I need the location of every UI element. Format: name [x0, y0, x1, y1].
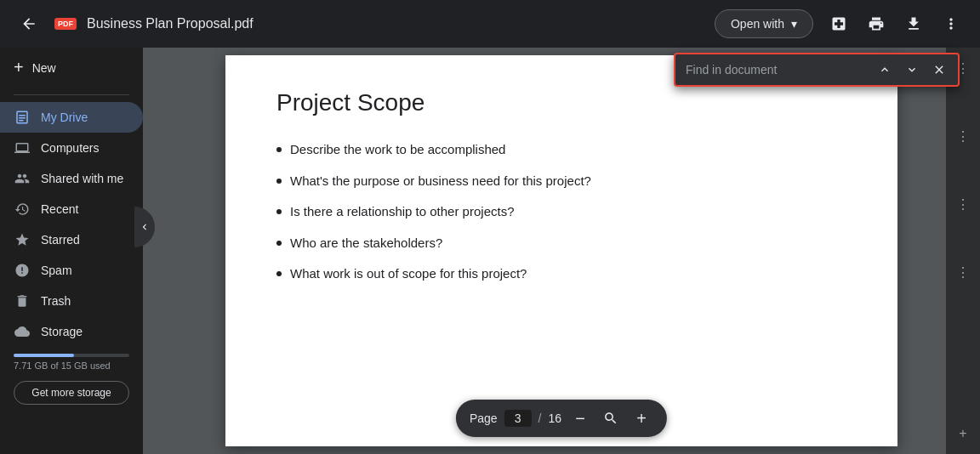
download-button[interactable] [898, 9, 929, 39]
sidebar-item-label: Trash [41, 294, 71, 308]
bullet-text: Describe the work to be accomplished [290, 140, 505, 160]
page-separator: / [538, 411, 542, 425]
storage-icon [14, 323, 31, 340]
pdf-badge: PDF [54, 18, 77, 30]
zoom-icon [599, 406, 623, 430]
bullet-icon [276, 271, 282, 276]
find-previous-button[interactable] [873, 58, 897, 82]
list-item: Is there a relationship to other project… [276, 202, 846, 222]
pdf-viewer-area: Project Scope Describe the work to be ac… [143, 48, 980, 454]
list-item: Describe the work to be accomplished [276, 140, 846, 160]
zoom-out-button[interactable]: − [568, 406, 592, 430]
storage-text: 7.71 GB of 15 GB used [14, 360, 129, 371]
sidebar-item-starred[interactable]: Starred [0, 224, 143, 255]
plus-icon: + [14, 58, 24, 77]
sidebar-item-recent[interactable]: Recent [0, 194, 143, 224]
sidebar-item-label: Spam [41, 264, 72, 277]
starred-icon [14, 231, 31, 248]
sidebar-item-computers[interactable]: Computers [0, 133, 143, 163]
topbar-actions [823, 9, 966, 39]
back-button[interactable] [14, 9, 44, 39]
page-number-input[interactable] [504, 410, 532, 427]
page-label: Page [470, 411, 498, 425]
sidebar: + New My Drive Computers Shared with me … [0, 0, 143, 454]
list-item: What work is out of scope for this proje… [276, 264, 846, 284]
get-storage-button[interactable]: Get more storage [14, 381, 129, 405]
total-pages: 16 [549, 411, 562, 425]
find-bar [674, 53, 960, 87]
right-sidebar-icon-4[interactable]: ⋮ [949, 258, 977, 286]
sidebar-item-label: Computers [41, 141, 99, 155]
more-options-button[interactable] [936, 9, 966, 39]
sidebar-item-my-drive[interactable]: My Drive [0, 102, 143, 133]
sidebar-item-shared[interactable]: Shared with me [0, 163, 143, 194]
computers-icon [14, 139, 31, 156]
bullet-text: Is there a relationship to other project… [290, 202, 514, 222]
bullet-text: What work is out of scope for this proje… [290, 264, 527, 284]
dropdown-icon: ▾ [791, 17, 797, 31]
bullet-text: Who are the stakeholders? [290, 234, 442, 253]
right-sidebar: ⋮ ⋮ ⋮ ⋮ + [946, 48, 980, 454]
find-close-button[interactable] [927, 58, 951, 82]
my-drive-icon [14, 109, 31, 126]
shared-icon [14, 170, 31, 187]
bullet-text: What's the purpose or business need for … [290, 172, 591, 191]
find-next-button[interactable] [900, 58, 924, 82]
open-with-button[interactable]: Open with ▾ [715, 9, 813, 38]
sidebar-item-label: Starred [41, 233, 80, 247]
sidebar-item-label: Storage [41, 325, 83, 338]
new-label: New [32, 61, 56, 75]
recent-icon [14, 201, 31, 218]
sidebar-item-trash[interactable]: Trash [0, 286, 143, 316]
storage-bar: 7.71 GB of 15 GB used [14, 354, 129, 371]
sidebar-item-spam[interactable]: Spam [0, 255, 143, 286]
right-sidebar-icon-3[interactable]: ⋮ [949, 190, 977, 218]
pdf-heading: Project Scope [276, 89, 846, 116]
topbar: PDF Business Plan Proposal.pdf Open with… [0, 0, 980, 48]
find-input[interactable] [682, 60, 869, 80]
bullet-icon [276, 241, 282, 246]
sidebar-divider [14, 94, 129, 95]
file-name: Business Plan Proposal.pdf [87, 16, 704, 31]
page-controls: Page / 16 − + [456, 400, 667, 437]
bullet-icon [276, 179, 282, 184]
right-sidebar-add-icon[interactable]: + [949, 420, 977, 447]
sidebar-item-label: Recent [41, 202, 78, 216]
new-button[interactable]: + New [0, 51, 143, 84]
list-item: What's the purpose or business need for … [276, 172, 846, 191]
bullet-icon [276, 147, 282, 152]
right-sidebar-icon-2[interactable]: ⋮ [949, 122, 977, 150]
sidebar-item-label: My Drive [41, 111, 88, 124]
add-to-drive-button[interactable] [823, 9, 854, 39]
sidebar-item-storage[interactable]: Storage [0, 316, 143, 347]
spam-icon [14, 262, 31, 279]
list-item: Who are the stakeholders? [276, 234, 846, 253]
print-button[interactable] [861, 9, 892, 39]
zoom-in-button[interactable]: + [630, 406, 653, 430]
bullet-icon [276, 209, 282, 214]
pdf-page: Project Scope Describe the work to be ac… [225, 55, 897, 446]
pdf-bullet-list: Describe the work to be accomplished Wha… [276, 140, 846, 284]
open-with-label: Open with [731, 17, 784, 31]
sidebar-item-label: Shared with me [41, 172, 123, 185]
trash-icon [14, 292, 31, 309]
